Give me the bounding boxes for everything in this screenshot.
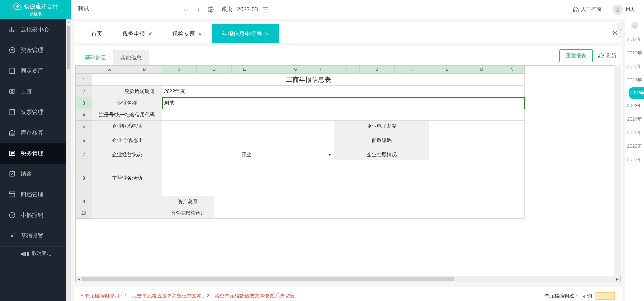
- row-header[interactable]: 2: [76, 86, 92, 97]
- year-item[interactable]: 2026年: [626, 139, 644, 153]
- sub-tab[interactable]: 基础信息: [78, 50, 113, 65]
- column-header[interactable]: B: [127, 66, 162, 74]
- row-header[interactable]: 10: [76, 207, 92, 219]
- cell[interactable]: 税款所属期间：: [92, 86, 162, 97]
- sidebar-item-tax[interactable]: 税务管理: [0, 143, 71, 164]
- scroll-left-icon[interactable]: ◀: [76, 276, 82, 282]
- column-header[interactable]: F: [257, 66, 283, 74]
- cell[interactable]: [162, 109, 525, 121]
- year-scroll-up-icon[interactable]: ︽: [631, 22, 638, 29]
- cell[interactable]: 企业控股情况: [334, 149, 429, 160]
- row-header[interactable]: 3: [76, 97, 92, 109]
- cell[interactable]: [429, 132, 525, 149]
- year-collapse-icon[interactable]: «: [617, 21, 625, 38]
- cell[interactable]: [214, 207, 525, 219]
- row-header[interactable]: 8: [76, 160, 92, 196]
- column-header[interactable]: K: [395, 66, 429, 74]
- year-item[interactable]: 2020年: [626, 60, 644, 73]
- calendar-icon[interactable]: [262, 6, 269, 13]
- period-value: 2023-03: [237, 6, 258, 13]
- tab-item[interactable]: 年报信息申报表✕: [212, 24, 279, 43]
- year-item[interactable]: 2021年: [626, 73, 644, 87]
- sidebar-unpin-button[interactable]: ◀▮▮ 取消固定: [0, 246, 71, 260]
- cell[interactable]: 邮政编码: [334, 132, 429, 149]
- row-header[interactable]: 9: [76, 196, 92, 207]
- sidebar-item-archive[interactable]: 归档管理: [0, 184, 71, 205]
- sheet-corner[interactable]: [76, 66, 92, 74]
- row-header[interactable]: 4: [76, 109, 92, 121]
- cell[interactable]: [92, 207, 162, 219]
- cell[interactable]: 企业电子邮箱: [334, 121, 429, 132]
- year-item[interactable]: 2027年: [626, 153, 644, 167]
- cell[interactable]: 主营业务活动: [92, 160, 162, 196]
- cell[interactable]: [162, 121, 334, 132]
- sidebar-scrollbar[interactable]: ▲: [66, 19, 71, 301]
- cell[interactable]: 所有者权益合计: [162, 207, 214, 219]
- year-item[interactable]: 2024年: [626, 112, 644, 126]
- cell[interactable]: [429, 149, 525, 160]
- close-icon[interactable]: ✕: [265, 31, 269, 37]
- row-header[interactable]: 5: [76, 121, 92, 132]
- sheet-vertical-scrollbar[interactable]: [614, 65, 621, 276]
- column-header[interactable]: A: [92, 66, 127, 74]
- cell[interactable]: [162, 132, 334, 149]
- spreadsheet[interactable]: ABCDEFGHIJKLMN 12345678910 工商年报信息表税款所属期间…: [75, 65, 614, 276]
- sidebar-item-expense[interactable]: 小畅报销: [0, 205, 71, 226]
- tab-item[interactable]: 税务申报✕: [112, 24, 162, 43]
- sidebar-item-building[interactable]: 固定资产: [0, 60, 71, 81]
- cell[interactable]: 资产总额: [162, 196, 214, 207]
- cell[interactable]: [429, 121, 525, 132]
- cell[interactable]: [162, 160, 525, 196]
- row-header[interactable]: 7: [76, 149, 92, 160]
- cell[interactable]: 企业名称: [92, 97, 162, 109]
- cell[interactable]: [92, 196, 162, 207]
- year-item[interactable]: 2023年: [626, 99, 644, 112]
- scroll-right-icon[interactable]: ▶: [614, 276, 620, 282]
- cell[interactable]: 企业经营状态: [92, 149, 162, 160]
- user-menu[interactable]: 用友: [613, 5, 635, 15]
- column-header[interactable]: L: [429, 66, 464, 74]
- sub-tab[interactable]: 其他信息: [113, 50, 149, 65]
- add-icon[interactable]: ＋: [195, 5, 201, 14]
- cell[interactable]: 开业▼: [162, 149, 334, 160]
- close-icon[interactable]: ✕: [148, 31, 152, 37]
- sidebar-item-salary[interactable]: 工资: [0, 81, 71, 102]
- tab-item[interactable]: 首页: [81, 24, 112, 43]
- tab-item[interactable]: 税检专家✕: [162, 24, 212, 43]
- column-header[interactable]: M: [464, 66, 499, 74]
- column-header[interactable]: D: [197, 66, 232, 74]
- cell[interactable]: 工商年报信息表: [92, 74, 525, 86]
- sidebar-item-invoice[interactable]: 发票管理: [0, 102, 71, 122]
- cell[interactable]: 企业联系电话: [92, 121, 162, 132]
- cell[interactable]: 注册号/统一社会信用代码: [92, 109, 162, 121]
- cell[interactable]: [214, 196, 525, 207]
- year-item[interactable]: 2019年: [626, 46, 644, 60]
- year-item[interactable]: 2025年: [626, 126, 644, 139]
- column-header[interactable]: I: [334, 66, 360, 74]
- sidebar-item-settings[interactable]: 基础设置: [0, 226, 71, 246]
- year-item[interactable]: 2018年: [626, 33, 644, 46]
- column-header[interactable]: G: [283, 66, 308, 74]
- sidebar-item-chart[interactable]: 云报表中心: [0, 19, 71, 40]
- sidebar-item-close-period[interactable]: 结账: [0, 164, 71, 184]
- row-header[interactable]: 1: [76, 74, 92, 86]
- column-header[interactable]: E: [232, 66, 257, 74]
- cell[interactable]: 2022年度: [162, 86, 525, 97]
- refresh-button[interactable]: 刷新: [598, 53, 616, 59]
- column-header[interactable]: C: [162, 66, 197, 74]
- column-header[interactable]: J: [360, 66, 395, 74]
- close-icon[interactable]: ✕: [198, 31, 202, 37]
- column-header[interactable]: N: [499, 66, 525, 74]
- cell[interactable]: 企业通信地址: [92, 132, 162, 149]
- row-header[interactable]: 6: [76, 132, 92, 149]
- cell[interactable]: 测试: [162, 97, 525, 109]
- sidebar-item-money[interactable]: 资金管理: [0, 40, 71, 60]
- sidebar-item-stock[interactable]: 库存核算: [0, 122, 71, 143]
- reset-report-button[interactable]: 重置报表: [559, 49, 593, 62]
- column-header[interactable]: H: [308, 66, 334, 74]
- consult-button[interactable]: 人工咨询: [572, 6, 601, 13]
- gear-icon[interactable]: [208, 6, 214, 13]
- sheet-horizontal-scrollbar[interactable]: ◀ ▶: [75, 276, 621, 282]
- year-item[interactable]: 2022年: [629, 87, 644, 99]
- company-selector[interactable]: 测试 ⌄: [78, 3, 188, 16]
